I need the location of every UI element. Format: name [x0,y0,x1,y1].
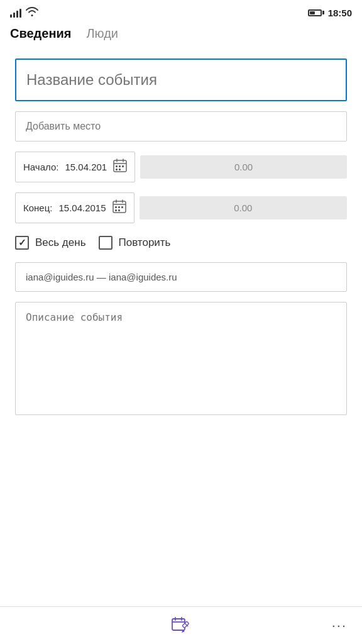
svg-rect-17 [118,209,120,211]
battery-icon [308,9,324,16]
status-right: 18:50 [308,8,352,18]
event-location-input[interactable] [15,111,347,142]
repeat-checkbox-box[interactable] [99,236,112,250]
svg-rect-15 [121,206,123,208]
toolbar-right: ··· [309,618,347,634]
svg-rect-4 [116,165,118,167]
svg-rect-16 [115,209,117,211]
status-left [10,6,39,19]
end-calendar-icon [112,199,126,216]
end-date-field[interactable]: Конец: 15.04.2015 [15,192,134,223]
all-day-checkbox-box[interactable]: ✓ [15,236,29,250]
account-field[interactable]: iana@iguides.ru — iana@iguides.ru [15,262,347,292]
main-content: Начало: 15.04.201 0.00 Конец: [0,48,362,606]
end-date-value: 15.04.2015 [58,203,106,213]
end-datetime-row: Конец: 15.04.2015 0.00 [15,192,347,223]
save-button[interactable] [171,616,191,636]
repeat-checkbox[interactable]: Повторить [99,236,171,250]
clock-time: 18:50 [328,8,352,18]
all-day-label: Весь день [35,236,86,249]
start-date-field[interactable]: Начало: 15.04.201 [15,152,135,182]
toolbar-center [171,616,191,636]
event-title-input[interactable] [15,58,347,101]
description-input[interactable] [15,302,347,415]
start-datetime-row: Начало: 15.04.201 0.00 [15,152,347,182]
start-date-value: 15.04.201 [65,162,107,172]
end-time-field[interactable]: 0.00 [140,196,347,219]
svg-rect-14 [118,206,120,208]
all-day-checkmark: ✓ [18,237,26,248]
checkbox-row: ✓ Весь день Повторить [15,233,347,252]
svg-rect-8 [119,169,121,170]
svg-rect-5 [119,165,121,167]
nav-tabs: Сведения Люди [0,23,362,48]
svg-rect-7 [116,169,118,170]
start-calendar-icon [113,158,127,175]
svg-rect-18 [172,619,185,630]
tab-people[interactable]: Люди [86,26,118,42]
svg-rect-13 [115,206,117,208]
signal-icon [10,8,21,18]
end-label: Конец: [23,203,52,213]
bottom-toolbar: ··· [0,606,362,644]
start-label: Начало: [23,162,58,172]
wifi-icon [25,6,39,19]
all-day-checkbox[interactable]: ✓ Весь день [15,236,86,250]
svg-rect-6 [122,165,124,167]
status-bar: 18:50 [0,0,362,23]
start-time-field[interactable]: 0.00 [140,155,347,179]
more-button[interactable]: ··· [332,618,347,634]
repeat-label: Повторить [119,236,171,249]
tab-info[interactable]: Сведения [10,26,71,42]
